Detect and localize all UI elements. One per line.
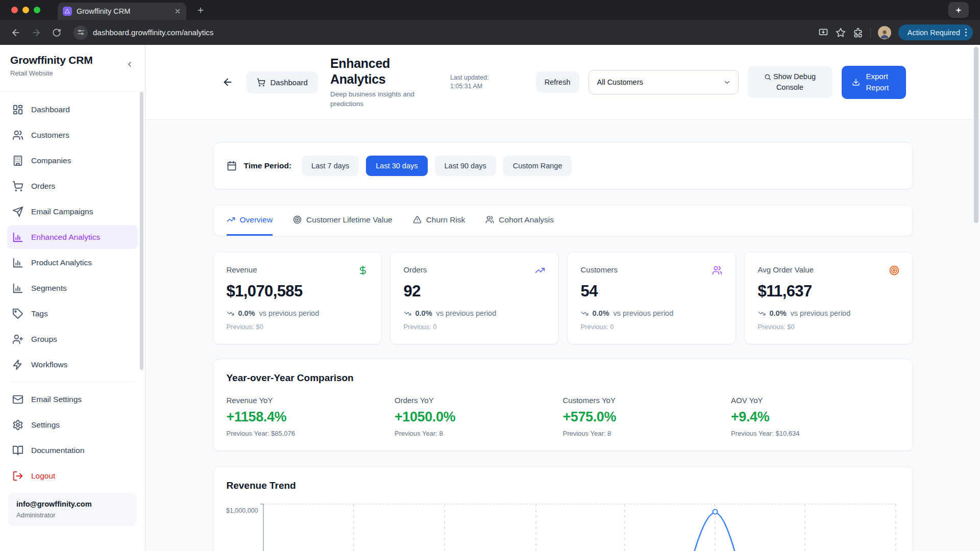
sidebar-item-documentation[interactable]: Documentation (7, 438, 138, 462)
browser-ai-button[interactable] (948, 2, 969, 18)
back-button[interactable] (222, 77, 233, 88)
alert-triangle-icon (413, 215, 422, 224)
url-bar[interactable]: dashboard.growffinity.com/analytics (74, 23, 810, 42)
url-text[interactable]: dashboard.growffinity.com/analytics (93, 28, 213, 37)
sidebar-item-companies[interactable]: Companies (7, 148, 138, 172)
yoy-label: Orders YoY (395, 396, 563, 405)
sidebar-item-product-analytics[interactable]: Product Analytics (7, 251, 138, 274)
time-option-last-30-days[interactable]: Last 30 days (366, 156, 427, 176)
users-icon (485, 215, 494, 224)
dashboard-icon (12, 104, 23, 115)
send-icon (12, 206, 23, 217)
cast-download-icon[interactable] (818, 28, 828, 38)
trending-down-icon (581, 310, 589, 317)
yoy-label: AOV YoY (731, 396, 899, 405)
bookmark-star-icon[interactable] (836, 28, 846, 38)
kebab-menu-icon[interactable] (965, 29, 967, 36)
sidebar-item-groups[interactable]: Groups (7, 327, 138, 351)
sidebar-item-label: Customers (31, 131, 69, 140)
refresh-button[interactable]: Refresh (536, 71, 579, 93)
sidebar-item-orders[interactable]: Orders (7, 174, 138, 198)
new-tab-button[interactable] (193, 3, 208, 17)
metric-card-revenue: Revenue $1,070,585 0.0% vs previous peri… (213, 252, 382, 344)
tab-close-icon[interactable] (174, 8, 181, 15)
sparkle-icon (954, 6, 963, 14)
trending-down-icon (404, 310, 411, 317)
sidebar-item-label: Email Campaigns (31, 207, 93, 216)
customer-filter-select[interactable]: All Customers (589, 70, 739, 94)
tab-label: Overview (240, 215, 273, 224)
yoy-label: Revenue YoY (227, 396, 395, 405)
tab-label: Churn Risk (426, 215, 465, 224)
sidebar-item-label: Groups (31, 335, 57, 344)
peak-point-marker[interactable] (713, 510, 717, 514)
sidebar-scrollbar[interactable] (140, 92, 143, 370)
sidebar-item-email-settings[interactable]: Email Settings (7, 387, 138, 411)
zap-icon (12, 359, 23, 370)
window-minimize-button[interactable] (22, 7, 29, 13)
window-close-button[interactable] (11, 7, 18, 13)
users-icon (12, 130, 23, 141)
export-report-button[interactable]: Export Report (842, 66, 906, 99)
metric-change: 0.0% (238, 309, 255, 317)
back-nav-button[interactable] (7, 24, 24, 41)
metric-value: 54 (581, 282, 722, 300)
site-favicon (63, 7, 72, 16)
sidebar-item-settings[interactable]: Settings (7, 413, 138, 437)
main-content: Dashboard Enhanced Analytics Deep busine… (145, 45, 980, 551)
sidebar-item-label: Email Settings (31, 395, 82, 404)
metric-label: Orders (404, 265, 427, 274)
show-debug-console-button[interactable]: Show Debug Console (748, 66, 832, 98)
extensions-puzzle-icon[interactable] (853, 28, 863, 38)
sidebar-item-logout[interactable]: Logout (7, 464, 138, 488)
page-scrollbar[interactable] (974, 47, 978, 223)
time-period-card: Time Period: Last 7 days Last 30 days La… (213, 142, 913, 189)
time-option-last-7-days[interactable]: Last 7 days (302, 156, 359, 176)
tab-cohort-analysis[interactable]: Cohort Analysis (485, 205, 554, 236)
sidebar-item-label: Companies (31, 156, 71, 165)
metric-value: $11,637 (758, 282, 899, 300)
reload-button[interactable] (48, 24, 65, 41)
title-block: Enhanced Analytics Deep business insight… (330, 56, 435, 108)
tab-churn-risk[interactable]: Churn Risk (413, 205, 465, 236)
target-icon (889, 265, 899, 276)
yoy-previous: Previous Year: 8 (395, 430, 563, 437)
app-subtitle: Retail Website (10, 69, 135, 77)
action-required-badge[interactable]: Action Required (898, 24, 973, 40)
browser-tab[interactable]: Growffinity CRM (58, 3, 186, 20)
app-title: Growffinity CRM (10, 54, 135, 66)
tab-label: Cohort Analysis (499, 215, 554, 224)
toolbar-right: Action Required (818, 24, 973, 40)
window-zoom-button[interactable] (34, 7, 40, 13)
toolbar-divider (870, 28, 871, 38)
time-option-last-90-days[interactable]: Last 90 days (435, 156, 496, 176)
profile-avatar[interactable] (878, 26, 891, 39)
sidebar-collapse-button[interactable] (126, 60, 134, 68)
tab-customer-lifetime-value[interactable]: Customer Lifetime Value (293, 205, 393, 236)
metric-change-note: vs previous period (436, 309, 497, 317)
header-actions: Refresh All Customers Show Debug Console… (536, 66, 906, 99)
sidebar-item-dashboard[interactable]: Dashboard (7, 97, 138, 121)
browser-tab-bar: Growffinity CRM (0, 0, 980, 20)
sidebar-item-email-campaigns[interactable]: Email Campaigns (7, 199, 138, 223)
sidebar-item-label: Settings (31, 420, 60, 430)
sidebar-item-tags[interactable]: Tags (7, 302, 138, 325)
sidebar-item-segments[interactable]: Segments (7, 276, 138, 300)
revenue-line (677, 513, 751, 551)
sidebar-item-enhanced-analytics[interactable]: Enhanced Analytics (7, 225, 138, 249)
metric-previous: Previous: 0 (581, 323, 722, 331)
sidebar-item-workflows[interactable]: Workflows (7, 353, 138, 377)
sidebar-item-label: Logout (31, 471, 55, 481)
arrow-left-icon (11, 28, 21, 38)
dashboard-button[interactable]: Dashboard (247, 71, 318, 93)
yoy-previous: Previous Year: $85,076 (227, 430, 395, 437)
last-updated-time: 1:05:31 AM (450, 82, 514, 91)
yoy-item-customers: Customers YoY +575.0% Previous Year: 8 (563, 396, 731, 437)
time-option-custom-range[interactable]: Custom Range (503, 156, 572, 176)
analytics-tabs: Overview Customer Lifetime Value Churn R… (213, 205, 913, 236)
action-required-label: Action Required (908, 29, 960, 37)
sidebar-item-customers[interactable]: Customers (7, 123, 138, 147)
forward-nav-button[interactable] (28, 24, 45, 41)
site-settings-icon[interactable] (74, 26, 88, 40)
tab-overview[interactable]: Overview (227, 205, 273, 236)
